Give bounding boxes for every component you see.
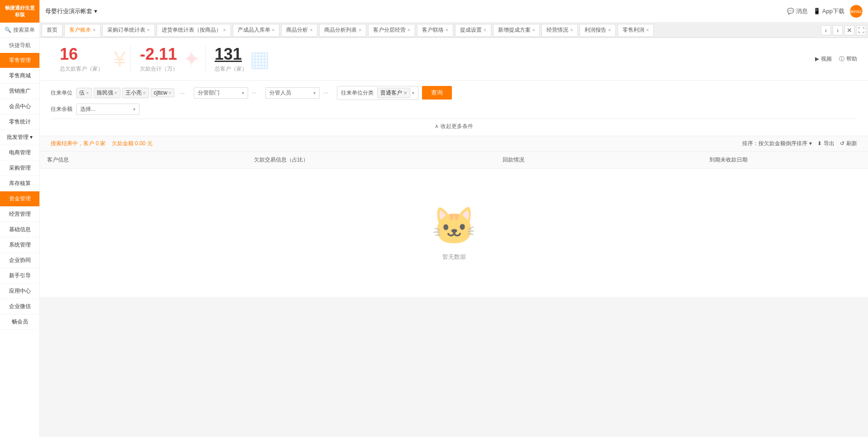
tab-fullscreen-btn[interactable]: ⛶	[856, 25, 866, 35]
message-btn[interactable]: 💬 消息	[787, 7, 808, 15]
person-more[interactable]: ···	[323, 90, 328, 96]
tab-close-customer-contact[interactable]: ×	[446, 28, 448, 33]
tab-close-promotion-settings[interactable]: ×	[484, 28, 486, 33]
sidebar-item-basic-info[interactable]: 基础信息	[0, 222, 39, 238]
tab-next-btn[interactable]: ›	[833, 25, 843, 35]
export-btn[interactable]: ⬇ 导出	[817, 140, 834, 147]
topbar-right: 💬 消息 📱 App下载 demo2	[787, 5, 863, 18]
stat-customers: 16 总欠款客户（家） ¥	[51, 45, 130, 73]
stat-total-icon: ▦	[249, 46, 270, 71]
sidebar-search[interactable]: 🔍 搜索菜单	[0, 23, 39, 38]
tab-home[interactable]: 首页	[42, 24, 62, 37]
collapse-btn[interactable]: ∧ 收起更多条件	[429, 121, 479, 132]
tab-customer-segment[interactable]: 客户分层经营×	[368, 24, 415, 37]
tab-close-customer-segment[interactable]: ×	[408, 28, 410, 33]
stat-total-customers-value: 131	[215, 45, 242, 63]
tab-customer-contact[interactable]: 客户联络×	[417, 24, 453, 37]
results-actions: 排序：按欠款金额倒序排序 ▾ ⬇ 导出 ↺ 刷新	[742, 140, 857, 147]
tab-promotion-settings[interactable]: 提成设置×	[455, 24, 491, 37]
tab-customer-book[interactable]: 客户账本×	[64, 24, 101, 37]
tab-prev-btn[interactable]: ‹	[821, 25, 831, 35]
category-tag: 普通客户 ✕	[377, 88, 410, 98]
filter-tag-陈民强: 陈民强 ×	[94, 88, 120, 98]
tab-profit-report[interactable]: 利润报告×	[580, 24, 616, 37]
sidebar-item-retail-stats[interactable]: 零售统计	[0, 114, 39, 130]
tab-close-product-inbound[interactable]: ×	[272, 28, 275, 33]
sidebar-item-finance[interactable]: 资金管理	[0, 191, 39, 207]
sidebar-item-appstore[interactable]: 应用中心	[0, 284, 39, 299]
app-download-btn[interactable]: 📱 App下载	[813, 7, 844, 15]
tab-new-promotion[interactable]: 新增提成方案×	[493, 24, 540, 37]
sidebar-item-retail-manage[interactable]: 零售管理	[0, 53, 39, 68]
tab-label-customer-segment: 客户分层经营	[373, 26, 406, 34]
tab-close-product-analysis-list[interactable]: ×	[359, 28, 361, 33]
sidebar-item-ecommerce[interactable]: 电商管理	[0, 145, 39, 161]
help-btn[interactable]: ⓘ 帮助	[839, 55, 857, 63]
balance-label: 往来余额	[51, 105, 72, 113]
col-customer-info: 客户信息	[40, 152, 247, 169]
sort-select[interactable]: 排序：按欠款金额倒序排序 ▾	[742, 140, 812, 147]
stat-total-customers-label: 总客户（家）	[215, 65, 247, 73]
sidebar-item-system[interactable]: 系统管理	[0, 238, 39, 253]
tab-label-product-inbound: 产成品入库单	[238, 26, 270, 34]
tab-operations[interactable]: 经营情况×	[542, 24, 578, 37]
refresh-btn[interactable]: ↺ 刷新	[840, 140, 857, 147]
sidebar-item-marketing[interactable]: 营销推广	[0, 84, 39, 99]
filter-tags: 伍 ×陈民强 ×王小亮 ×cjttcw ×	[76, 88, 174, 98]
col-repayment: 回款情况	[495, 152, 702, 169]
dept-select[interactable]: 分管部门 ▾	[194, 87, 248, 99]
tab-close-all-btn[interactable]: ✕	[844, 25, 854, 35]
tab-close-profit-report[interactable]: ×	[608, 28, 611, 33]
stat-debt-icon: ✦	[182, 46, 201, 71]
sidebar-item-enterprise[interactable]: 企业协同	[0, 253, 39, 268]
sidebar-item-inventory[interactable]: 库存核算	[0, 176, 39, 191]
avatar[interactable]: demo2	[850, 5, 863, 18]
tab-purchase-order-stats[interactable]: 采购订单统计表×	[102, 24, 155, 37]
tab-close-retail-profit[interactable]: ×	[646, 28, 649, 33]
tab-close-customer-book[interactable]: ×	[93, 28, 96, 33]
logo-subtext: 标版	[15, 11, 25, 18]
tab-product-analysis-list[interactable]: 商品分析列表×	[319, 24, 366, 37]
company-selector[interactable]: 母婴行业演示帐套 ▾	[45, 7, 97, 15]
category-tag-remove[interactable]: ✕	[403, 90, 407, 95]
filter-tag-remove[interactable]: ×	[115, 90, 117, 95]
tab-product-inbound[interactable]: 产成品入库单×	[233, 24, 280, 37]
filter-more-tags[interactable]: ···	[180, 90, 185, 96]
unit-label: 往来单位	[51, 89, 72, 97]
chevron-down-icon: ▾	[94, 8, 97, 14]
query-button[interactable]: 查询	[422, 86, 452, 100]
tab-close-purchase-order-stats[interactable]: ×	[147, 28, 150, 33]
tab-close-new-promotion[interactable]: ×	[532, 28, 535, 33]
balance-placeholder: 选择...	[80, 105, 96, 113]
sidebar-item-newbie[interactable]: 新手引导	[0, 268, 39, 284]
sort-chevron: ▾	[809, 140, 812, 147]
filter-tag-伍: 伍 ×	[76, 88, 92, 98]
filter-row-2: 往来余额 选择... ▾	[51, 104, 857, 115]
sidebar-item-batch-manage[interactable]: 批发管理 ▾	[0, 130, 39, 145]
topbar: 母婴行业演示帐套 ▾ 💬 消息 📱 App下载 demo2	[40, 0, 868, 23]
filter-tag-remove[interactable]: ×	[169, 90, 172, 95]
tab-inbound-stats[interactable]: 进货单统计表（按商品）×	[157, 24, 231, 37]
filter-tag-remove[interactable]: ×	[86, 90, 89, 95]
video-btn[interactable]: ▶ 视频	[815, 55, 832, 63]
category-select[interactable]: 往来单位分类 普通客户 ✕ ▾	[337, 86, 418, 100]
dept-more[interactable]: ···	[252, 90, 256, 96]
tab-product-analysis[interactable]: 商品分析×	[281, 24, 317, 37]
tab-close-operations[interactable]: ×	[570, 28, 573, 33]
tab-retail-profit[interactable]: 零售利润×	[618, 24, 654, 37]
filter-tag-remove[interactable]: ×	[143, 90, 146, 95]
sidebar-item-retail-mall[interactable]: 零售商城	[0, 68, 39, 84]
tab-close-product-analysis[interactable]: ×	[310, 28, 312, 33]
results-bar: 搜索结果中，客户 0 家 欠款金额 0.00 元 排序：按欠款金额倒序排序 ▾ …	[40, 136, 868, 152]
sidebar-item-purchase[interactable]: 采购管理	[0, 161, 39, 176]
sidebar-item-operation[interactable]: 经营管理	[0, 207, 39, 222]
sidebar-item-vip[interactable]: 畅会员	[0, 314, 39, 330]
tab-label-home: 首页	[47, 26, 58, 34]
sidebar-item-wechat[interactable]: 企业微信	[0, 299, 39, 314]
stat-helper: ▶ 视频 ⓘ 帮助	[815, 55, 857, 63]
tab-close-inbound-stats[interactable]: ×	[223, 28, 226, 33]
sidebar-item-member-center[interactable]: 会员中心	[0, 99, 39, 114]
balance-select[interactable]: 选择... ▾	[76, 104, 139, 115]
sidebar-quick-nav[interactable]: 快捷导航	[0, 38, 39, 53]
person-select[interactable]: 分管人员 ▾	[265, 87, 320, 99]
